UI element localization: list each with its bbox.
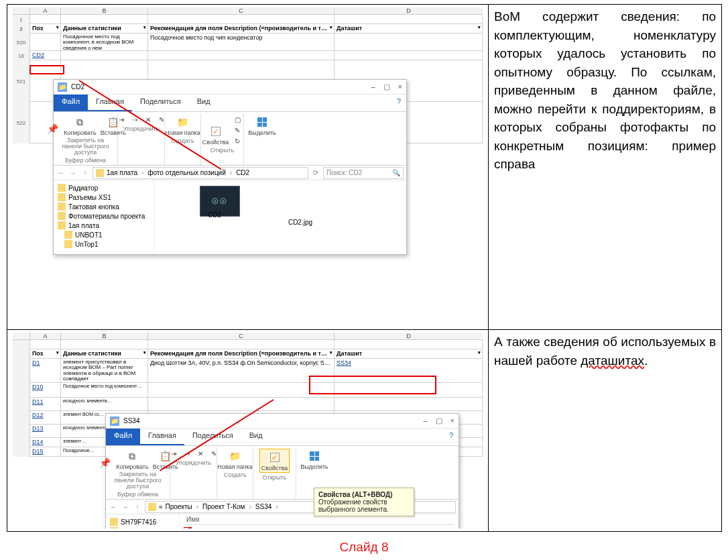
select-icon[interactable] [255, 115, 269, 129]
copy-icon[interactable]: ⧉ [72, 115, 87, 129]
thumb-base: CD2 [208, 211, 221, 219]
tab-share[interactable]: Поделиться [132, 95, 189, 111]
delete-icon[interactable]: ✕ [196, 449, 205, 458]
file-name[interactable]: DOC021293668.pdf [196, 528, 255, 528]
nav-forward[interactable]: → [68, 169, 78, 176]
close-button[interactable]: × [450, 416, 454, 425]
window-title: SS34 [123, 417, 139, 425]
slide-number: Слайд 8 [7, 540, 721, 555]
help-icon[interactable]: ? [391, 95, 406, 111]
open-icon[interactable]: ▢ [233, 115, 242, 124]
folder-icon: 📁 [110, 416, 119, 426]
link-cd2[interactable]: CD2 [32, 52, 44, 58]
hdr-stat[interactable]: Данные статистики [61, 24, 148, 34]
nav-back[interactable]: ← [109, 503, 118, 510]
sheet2-col-headers: A B C D [13, 333, 483, 340]
row1-description: BoM содержит сведения: по комплектующим,… [489, 5, 722, 330]
pdf-icon [184, 527, 192, 528]
tab-home[interactable]: Главная [140, 429, 184, 445]
folder-tree[interactable]: SH79F7416 SI8602AC [106, 514, 180, 528]
refresh-icon[interactable]: ⟳ [311, 169, 320, 176]
row2-description: А также сведения об используемых в нашей… [489, 330, 722, 532]
select-icon[interactable] [307, 449, 322, 463]
file-name: CD2.jpg [200, 219, 401, 226]
copy-icon[interactable]: ⧉ [125, 449, 139, 463]
link-ss34[interactable]: SS34 [337, 359, 351, 366]
move-icon[interactable]: ⇥ [117, 115, 126, 124]
search-input[interactable]: Поиск: CD2🔍 [323, 167, 404, 179]
row1-left: A B C D 1 2 Поз Данные статистики Рекоме… [7, 5, 489, 330]
folder-icon: 📁 [58, 82, 67, 92]
nav-back[interactable]: ← [56, 169, 66, 176]
nav-up[interactable]: ↑ [133, 503, 142, 510]
link-d1[interactable]: D1 [32, 359, 40, 366]
file-pane[interactable]: Имя DOC021293668.pdf 13.09.202 [180, 514, 459, 528]
nav-forward[interactable]: → [121, 503, 130, 510]
pin-icon[interactable]: 📌 [97, 455, 112, 470]
search-icon: 🔍 [392, 169, 400, 176]
highlight-cd2 [29, 65, 64, 74]
window-title: CD2 [71, 83, 84, 91]
properties-button[interactable]: ✓Свойства [259, 449, 290, 473]
sheet1-col-headers: A B C D [13, 7, 483, 15]
folder-tree[interactable]: Радиатор Разъемы XS1 Тактовая кнопка Фот… [54, 180, 154, 254]
tab-view[interactable]: Вид [189, 95, 219, 111]
maximize-button[interactable]: ▢ [383, 82, 390, 91]
maximize-button[interactable]: ▢ [436, 416, 442, 425]
drive-icon [148, 503, 156, 511]
tab-file[interactable]: Файл [106, 429, 140, 445]
explorer-cd2: 📁 CD2 – ▢ × Файл Главная Поделиться Вид … [53, 79, 407, 255]
history-icon[interactable]: ↻ [233, 136, 242, 146]
row2-left: A B C D Поз Данные статистики Рекомендац… [7, 330, 489, 532]
help-icon[interactable]: ? [444, 429, 459, 445]
breadcrumb[interactable]: 1ая плата фото отдельных позиций CD2 [93, 167, 308, 179]
tooltip-properties: Свойства (ALT+ВВОД) Отображение свойств … [314, 488, 414, 516]
minimize-button[interactable]: – [423, 416, 427, 425]
file-pane[interactable]: ⦾⦾ CD2.jpg [154, 180, 406, 254]
hdr-pos[interactable]: Поз [30, 24, 61, 34]
close-button[interactable]: × [398, 82, 402, 91]
minimize-button[interactable]: – [371, 82, 375, 91]
hdr-desc[interactable]: Рекомендация для поля Description (=прои… [148, 24, 335, 34]
highlight-ss34 [309, 376, 436, 394]
properties-icon[interactable]: ✓ [208, 124, 223, 139]
move-icon[interactable]: ⇥ [169, 449, 178, 458]
hdr-datasheet[interactable]: Даташит [335, 24, 483, 34]
tab-view[interactable]: Вид [241, 429, 271, 445]
new-folder-icon[interactable]: 📁 [176, 115, 190, 129]
tab-file[interactable]: Файл [54, 95, 88, 111]
new-folder-icon[interactable]: 📁 [228, 449, 243, 463]
drive-icon [96, 169, 104, 177]
file-date: 13.09.202 [425, 528, 455, 528]
nav-up[interactable]: ↑ [80, 169, 90, 176]
edit-icon[interactable]: ✎ [233, 125, 242, 135]
explorer-ss34: 📁 SS34 – ▢ × Файл Главная Поделиться Вид… [105, 413, 459, 528]
pin-icon[interactable]: 📌 [45, 121, 60, 136]
